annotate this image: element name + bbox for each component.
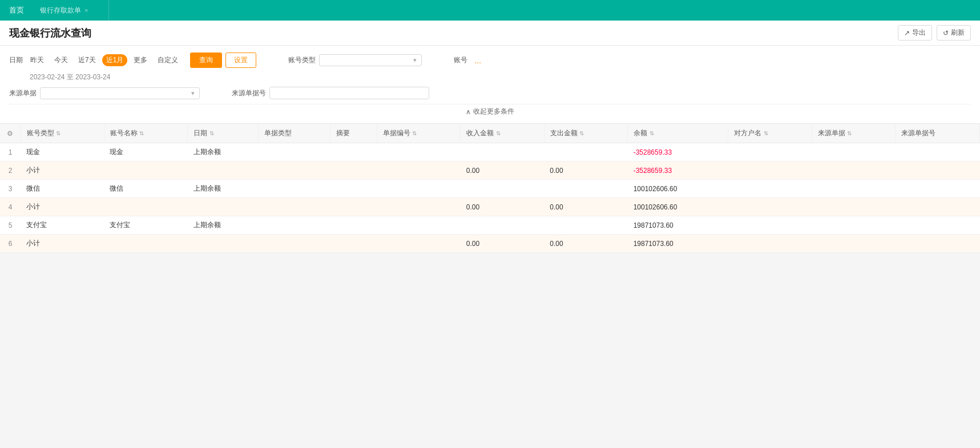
account-type-cell: 小计 — [21, 235, 104, 253]
date-shortcut-今天[interactable]: 今天 — [50, 54, 72, 66]
tab-label: 银行存取款单 — [40, 0, 81, 21]
data-table: ⚙账号类型 ⇅账号名称 ⇅日期 ⇅单据类型摘要单据编号 ⇅收入金额 ⇅支出金额 … — [0, 124, 980, 253]
summary-cell — [330, 198, 377, 216]
source-doc-no-cell — [896, 162, 980, 180]
col-doc-no-header[interactable]: 单据编号 ⇅ — [377, 124, 460, 143]
col-account-name-header[interactable]: 账号名称 ⇅ — [104, 124, 187, 143]
col-account-name-label: 账号名称 — [110, 129, 138, 137]
row-number: 1 — [0, 143, 21, 162]
doc-type-cell — [259, 143, 330, 162]
col-account-type-header[interactable]: 账号类型 ⇅ — [21, 124, 104, 143]
doc-type-cell — [259, 162, 330, 180]
col-income-header[interactable]: 收入金额 ⇅ — [461, 124, 544, 143]
account-name-cell — [104, 198, 187, 216]
col-expense-label: 支出金额 — [550, 129, 578, 137]
expense-cell: 0.00 — [544, 162, 627, 180]
doc-no-cell — [377, 143, 460, 162]
date-shortcut-更多[interactable]: 更多 — [130, 54, 151, 66]
account-label: 账号 — [454, 55, 467, 65]
sort-icon: ⇅ — [496, 130, 501, 136]
date-shortcut-近1月[interactable]: 近1月 — [102, 54, 128, 66]
source-doc-no-input[interactable] — [269, 87, 429, 99]
refresh-icon: ↺ — [943, 29, 949, 37]
col-date-header[interactable]: 日期 ⇅ — [188, 124, 259, 143]
doc-type-cell — [259, 235, 330, 253]
source-doc-cell — [812, 143, 895, 162]
table-row: 2小计0.000.00-3528659.33 — [0, 162, 980, 180]
income-cell — [461, 216, 544, 235]
sort-icon: ⇅ — [847, 130, 852, 136]
tab-bank-deposit[interactable]: 银行存取款单× — [33, 0, 109, 21]
balance-cell: 19871073.60 — [628, 235, 728, 253]
date-shortcuts: 昨天今天近7天近1月更多自定义 — [26, 54, 182, 66]
date-shortcut-自定义[interactable]: 自定义 — [154, 54, 182, 66]
balance-cell: -3528659.33 — [628, 143, 728, 162]
summary-cell — [330, 235, 377, 253]
page-title: 现金银行流水查询 — [9, 26, 91, 40]
account-name-cell — [104, 235, 187, 253]
income-cell: 0.00 — [461, 235, 544, 253]
date-cell — [188, 198, 259, 216]
account-type-select[interactable]: ▾ — [319, 54, 422, 66]
query-button[interactable]: 查询 — [190, 53, 222, 68]
source-doc-no-cell — [896, 198, 980, 216]
doc-no-cell — [377, 216, 460, 235]
col-counterpart-header[interactable]: 对方户名 ⇅ — [728, 124, 812, 143]
date-cell — [188, 235, 259, 253]
account-type-filter: 账号类型 ▾ — [288, 54, 422, 66]
counterpart-cell — [728, 198, 812, 216]
balance-cell: -3528659.33 — [628, 162, 728, 180]
balance-cell: 100102606.60 — [628, 198, 728, 216]
balance-cell: 100102606.60 — [628, 180, 728, 198]
setting-button[interactable]: 设置 — [225, 53, 256, 68]
nav-home[interactable]: 首页 — [0, 0, 33, 21]
expense-cell — [544, 143, 627, 162]
collapse-button[interactable]: ∧ 收起更多条件 — [9, 104, 971, 119]
source-doc-select[interactable]: ▾ — [40, 87, 200, 99]
account-name-cell — [104, 162, 187, 180]
summary-cell — [330, 143, 377, 162]
source-doc-cell — [812, 235, 895, 253]
account-type-cell: 小计 — [21, 198, 104, 216]
sort-icon: ⇅ — [56, 130, 61, 136]
row-number: 2 — [0, 162, 21, 180]
account-name-cell: 现金 — [104, 143, 187, 162]
account-type-cell: 现金 — [21, 143, 104, 162]
income-cell — [461, 180, 544, 198]
export-button[interactable]: ↗ 导出 — [898, 25, 932, 41]
col-config-header: ⚙ — [0, 124, 21, 143]
col-doc-type-header: 单据类型 — [259, 124, 330, 143]
date-range: 2023-02-24 至 2023-03-24 — [30, 73, 110, 81]
page-header: 现金银行流水查询 ↗ 导出 ↺ 刷新 — [0, 21, 980, 46]
col-balance-header[interactable]: 余额 ⇅ — [628, 124, 728, 143]
sort-icon: ⇅ — [764, 130, 768, 136]
sort-icon: ⇅ — [579, 130, 584, 136]
date-cell — [188, 162, 259, 180]
counterpart-cell — [728, 235, 812, 253]
col-doc-type-label: 单据类型 — [264, 129, 292, 137]
date-shortcut-近7天[interactable]: 近7天 — [74, 54, 100, 66]
sort-icon: ⇅ — [650, 130, 654, 136]
close-icon[interactable]: × — [84, 0, 88, 21]
table-row: 4小计0.000.00100102606.60 — [0, 198, 980, 216]
date-shortcut-昨天[interactable]: 昨天 — [26, 54, 48, 66]
summary-cell — [330, 216, 377, 235]
row-number: 6 — [0, 235, 21, 253]
col-expense-header[interactable]: 支出金额 ⇅ — [544, 124, 627, 143]
doc-type-cell — [259, 180, 330, 198]
chevron-down-icon-2: ▾ — [191, 90, 195, 97]
col-account-type-label: 账号类型 — [27, 129, 54, 137]
gear-icon[interactable]: ⚙ — [7, 130, 13, 138]
source-doc-label: 来源单据 — [9, 88, 37, 98]
source-doc-no-cell — [896, 143, 980, 162]
col-balance-label: 余额 — [634, 129, 647, 137]
table-row: 6小计0.000.0019871073.60 — [0, 235, 980, 253]
account-type-label: 账号类型 — [288, 55, 316, 65]
account-name-cell: 支付宝 — [104, 216, 187, 235]
account-name-cell: 微信 — [104, 180, 187, 198]
col-source-doc-header[interactable]: 来源单据 ⇅ — [812, 124, 895, 143]
col-doc-no-label: 单据编号 — [383, 129, 410, 137]
refresh-button[interactable]: ↺ 刷新 — [937, 25, 971, 41]
account-ellipsis[interactable]: ... — [471, 56, 485, 65]
expense-cell — [544, 180, 627, 198]
